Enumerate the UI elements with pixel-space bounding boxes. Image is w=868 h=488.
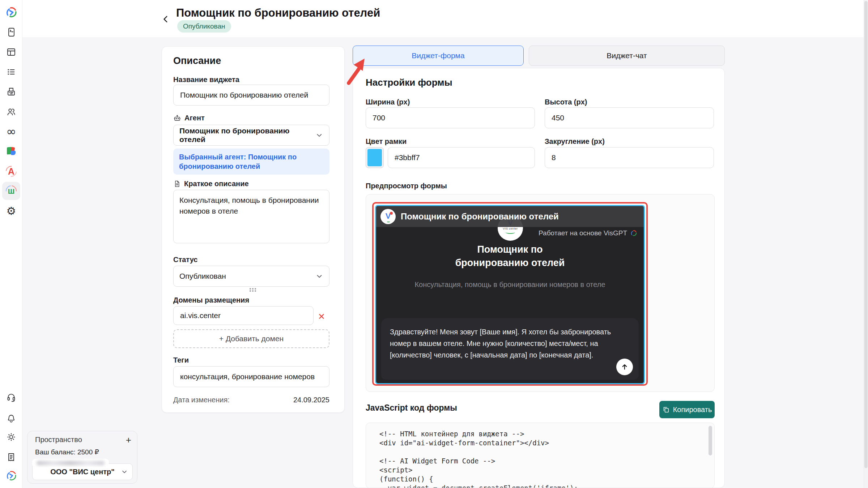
selected-agent-info: Выбранный агент: Помощник по бронировани… (173, 149, 329, 175)
tab-widget-form[interactable]: Виджет-форма (353, 46, 524, 66)
chevron-down-icon (315, 131, 323, 139)
code-scrollbar-thumb[interactable] (709, 426, 712, 455)
status-select[interactable]: Опубликован (173, 266, 329, 287)
sun-icon[interactable] (4, 430, 18, 444)
height-input[interactable] (545, 107, 714, 128)
center-logo-text: VIS center (498, 227, 523, 230)
agent-select[interactable]: Помощник по бронированию отелей (173, 125, 329, 146)
description-panel-title: Описание (173, 55, 329, 67)
app-logo[interactable] (4, 5, 18, 20)
short-description-label: Краткое описание (173, 180, 329, 188)
agent-label-text: Агент (184, 114, 205, 122)
status-select-value: Опубликован (179, 272, 226, 281)
agent-select-value: Помощник по бронированию отелей (179, 127, 315, 144)
infinity-icon[interactable]: ∞ (4, 124, 18, 139)
width-label: Ширина (px) (366, 98, 410, 106)
modified-date-value: 24.09.2025 (293, 396, 329, 404)
visgpt-mini-icon (630, 230, 637, 237)
tags-label: Теги (173, 356, 329, 364)
red-arrow-annotation (344, 55, 370, 86)
color-swatch[interactable] (366, 147, 384, 168)
widget-message-text: Здравствуйте! Меня зовут [Ваше имя]. Я х… (390, 326, 631, 361)
page-scrollbar-track[interactable] (864, 0, 868, 488)
letter-sh-icon[interactable]: ш (4, 184, 18, 198)
add-domain-button[interactable]: + Добавить домен (173, 329, 329, 348)
tab-widget-chat[interactable]: Виджет-чат (529, 46, 725, 66)
remove-domain-icon[interactable]: ✕ (315, 311, 328, 323)
document-icon (173, 180, 181, 188)
tags-input[interactable] (173, 366, 329, 387)
domains-label: Домены размещения (173, 296, 329, 304)
preview-widget: V Помощник по бронированию отелей V VIS … (375, 205, 645, 384)
widget-form-panel: Настройки формы Ширина (px) Высота (px) … (353, 68, 725, 488)
chevron-down-icon (121, 468, 128, 475)
arrow-up-icon (620, 363, 629, 371)
widget-title-line2: бронированию отелей (376, 256, 644, 270)
books-icon[interactable] (4, 144, 18, 159)
form-settings-title: Настройки формы (366, 77, 452, 88)
copy-button-label: Копировать (673, 406, 712, 414)
description-panel: Описание Название виджета Агент Помощник… (162, 46, 345, 413)
agent-label: Агент (173, 114, 329, 122)
short-description-label-text: Краткое описание (184, 180, 249, 188)
widget-title-line1: Помощник по (376, 243, 644, 256)
balance-text: Ваш баланс: 2500 ₽ (35, 448, 99, 456)
widget-logo: V (380, 209, 396, 224)
center-logo-arc (506, 231, 515, 234)
radius-label: Закругление (px) (545, 137, 605, 146)
border-color-label: Цвет рамки (366, 137, 407, 146)
border-color-input[interactable] (388, 147, 535, 168)
resize-grip[interactable] (162, 288, 344, 292)
list-icon[interactable] (4, 65, 18, 79)
height-label: Высота (px) (545, 98, 587, 106)
widget-description: Консультация, помощь в бронировании номе… (376, 281, 644, 289)
domain-input[interactable] (173, 306, 314, 325)
widget-header-title: Помощник по бронированию отелей (401, 211, 559, 222)
widget-message-area[interactable]: Здравствуйте! Меня зовут [Ваше имя]. Я х… (381, 318, 639, 380)
chevron-down-icon (315, 272, 323, 280)
receipt-icon[interactable] (4, 450, 18, 465)
gear-icon[interactable]: ⚙ (4, 204, 18, 218)
send-button[interactable] (616, 359, 633, 375)
js-code-block[interactable]: <!-- HTML контейнер для виджета --> <div… (366, 423, 715, 488)
width-input[interactable] (366, 107, 535, 128)
radius-input[interactable] (545, 147, 714, 168)
back-button[interactable] (159, 13, 172, 25)
fax-icon[interactable] (4, 85, 18, 99)
workspace-card: Пространство + Ваш баланс: 2500 ₽ ООО "В… (27, 431, 137, 484)
code-line: <!-- HTML контейнер для виджета --> (379, 429, 707, 438)
preview-label: Предпросмотр формы (366, 182, 447, 190)
modified-date-row: Дата изменения: 24.09.2025 (173, 396, 329, 404)
letter-a-icon[interactable]: A (4, 164, 18, 179)
page-scrollbar-thumb[interactable] (864, 1, 868, 468)
code-line: var widget = document.createElement('ifr… (379, 484, 707, 488)
organization-name: ООО "ВИС центр" (50, 468, 115, 476)
board-icon[interactable] (4, 45, 18, 59)
status-label: Статус (173, 256, 329, 264)
terminal-icon[interactable] (4, 25, 18, 39)
sidebar: ∞ A ш ⚙ (0, 0, 22, 488)
code-line: (function() { (379, 475, 707, 484)
page-title: Помощник по бронированию отелей (176, 7, 380, 20)
bell-icon[interactable] (4, 411, 18, 426)
robot-icon (173, 114, 181, 122)
headset-icon[interactable] (4, 390, 18, 404)
preview-widget-header: V Помощник по бронированию отелей (376, 206, 644, 227)
powered-by: Работает на основе VisGPT (539, 229, 637, 237)
code-line (379, 448, 707, 457)
blurred-account-text (32, 459, 109, 467)
users-icon[interactable] (4, 104, 18, 119)
code-line: <!-- AI Widget Form Code --> (379, 457, 707, 466)
copy-button[interactable]: Копировать (659, 401, 715, 418)
widget-name-input[interactable] (173, 85, 329, 106)
modified-date-label: Дата изменения: (173, 396, 230, 404)
widget-title: Помощник по бронированию отелей (376, 243, 644, 270)
code-line: <script> (379, 466, 707, 475)
js-code-label: JavaScript код формы (366, 403, 457, 413)
short-description-textarea[interactable]: Консультация, помощь в бронировании номе… (173, 190, 329, 243)
powered-by-text: Работает на основе VisGPT (539, 229, 627, 237)
add-workspace-button[interactable]: + (126, 436, 131, 444)
code-line: <div id="ai-widget-form-container"></div… (379, 438, 707, 448)
widget-name-label: Название виджета (173, 76, 329, 84)
visgpt-logo[interactable] (4, 468, 18, 483)
